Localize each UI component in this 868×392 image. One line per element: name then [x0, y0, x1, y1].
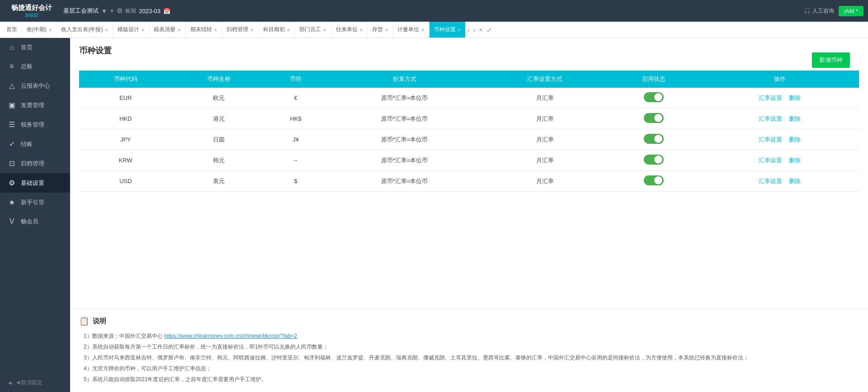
- note-title: 📋 说明: [79, 316, 859, 326]
- status-toggle[interactable]: [644, 155, 664, 165]
- period-label: 账期: [125, 7, 136, 15]
- cell-name: 港元: [172, 109, 265, 129]
- tab-tax[interactable]: 税表清册 ×: [149, 22, 185, 38]
- rate-setting-link[interactable]: 汇率设置: [759, 136, 782, 143]
- sidebar-item-report[interactable]: △ 云报表中心: [0, 76, 70, 95]
- sidebar-item-guide[interactable]: ★ 新手引导: [0, 193, 70, 212]
- tab-expand-btn[interactable]: ⤢: [485, 26, 494, 33]
- cell-status: [607, 150, 700, 171]
- help-label: 人工咨询: [812, 7, 834, 15]
- workspace-settings-icon[interactable]: ⚙: [117, 7, 123, 15]
- sidebar-label-tax: 税务管理: [21, 121, 44, 129]
- delete-link[interactable]: 删除: [789, 115, 801, 122]
- tab-close-inventory[interactable]: ×: [385, 27, 388, 33]
- cell-calc: 原币*汇率=本位币: [326, 171, 483, 192]
- tab-home[interactable]: 首页: [2, 22, 22, 38]
- workspace-dropdown-icon[interactable]: ▼: [101, 8, 107, 14]
- sidebar-pin-toggle[interactable]: ◄ ◄取消固定: [0, 373, 70, 392]
- tab-next-btn[interactable]: ›: [472, 26, 477, 33]
- note-icon: 📋: [79, 316, 89, 326]
- cell-code: JPY: [79, 129, 172, 150]
- tab-close-template[interactable]: ×: [142, 27, 144, 33]
- tab-subject-init[interactable]: 科目期初 ×: [259, 22, 295, 38]
- tab-close-income-annual[interactable]: ×: [105, 27, 108, 33]
- archive-icon: ⊡: [7, 159, 16, 168]
- pin-label: ◄取消固定: [15, 379, 42, 387]
- col-symbol: 币符: [265, 71, 326, 88]
- sidebar-item-invoice[interactable]: ▣ 发票管理: [0, 95, 70, 115]
- tab-partner[interactable]: 往来单位 ×: [331, 22, 368, 38]
- calendar-icon[interactable]: 📅: [163, 8, 170, 14]
- tab-prev-btn[interactable]: ‹: [466, 26, 472, 33]
- delete-link[interactable]: 删除: [789, 178, 801, 184]
- sidebar-label-ledger: 总账: [21, 62, 33, 71]
- tab-archive[interactable]: 归档管理 ×: [222, 22, 258, 38]
- sidebar-item-tax[interactable]: ☰ 税务管理: [0, 115, 70, 134]
- note-title-text: 说明: [93, 317, 106, 326]
- tab-currency[interactable]: 币种设置 ×: [429, 22, 466, 38]
- tab-close-all-btn[interactable]: ×: [477, 26, 485, 33]
- workspace-add-icon[interactable]: +: [110, 7, 114, 15]
- sidebar: ⌂ 首页 ≡ 总账 △ 云报表中心 ▣ 发票管理 ☰ 税务管理 ✓ 结账 ⊡ 归…: [0, 38, 70, 392]
- cell-rate-type: 月汇率: [482, 88, 607, 109]
- tab-close-department[interactable]: ×: [323, 27, 326, 33]
- rate-setting-link[interactable]: 汇率设置: [759, 115, 782, 122]
- cell-status: [607, 109, 700, 129]
- rate-setting-link[interactable]: 汇率设置: [759, 178, 782, 184]
- note-item: 4）无官方牌价的币种，可以用户手工维护汇率信息；: [84, 363, 859, 374]
- tab-close-subject-init[interactable]: ×: [287, 27, 290, 33]
- status-toggle[interactable]: [644, 134, 664, 144]
- tab-close-unit[interactable]: ×: [421, 27, 424, 33]
- help-button[interactable]: 🎧 人工咨询: [804, 7, 834, 15]
- tab-close-period-close[interactable]: ×: [214, 27, 217, 33]
- tab-unit[interactable]: 计量单位 ×: [393, 22, 429, 38]
- tab-close-expense[interactable]: ×: [49, 27, 52, 33]
- sidebar-item-ledger[interactable]: ≡ 总账: [0, 57, 70, 76]
- vip-icon: V: [7, 217, 16, 226]
- page-title: 币种设置: [79, 45, 112, 56]
- cell-calc: 原币*汇率=本位币: [326, 88, 483, 109]
- col-rate-type: 汇率设置方式: [482, 71, 607, 88]
- status-toggle[interactable]: [644, 113, 664, 123]
- cell-code: KRW: [79, 150, 172, 171]
- tab-template[interactable]: 模版设计 ×: [113, 22, 149, 38]
- delete-link[interactable]: 删除: [789, 136, 801, 143]
- status-toggle[interactable]: [644, 175, 664, 185]
- delete-link[interactable]: 删除: [789, 94, 801, 101]
- sidebar-item-archive[interactable]: ⊡ 归档管理: [0, 154, 70, 173]
- note-item: 3）人民币对马来西亚林吉特、俄罗斯卢布、南非兰特、韩元、阿联酋迪拉姆、沙特里亚尔…: [84, 352, 859, 363]
- tab-close-partner[interactable]: ×: [360, 27, 363, 33]
- workspace-name: 基层工会测试: [63, 7, 99, 15]
- note-link[interactable]: https://www.chinamoney.com.cn/chinese/bk…: [164, 333, 297, 339]
- tab-bar: 首页 收(中期) × 收入支出表(年报) × 模版设计 × 税表清册 × 期末结…: [0, 22, 868, 38]
- cell-name: 美元: [172, 171, 265, 192]
- sidebar-item-close[interactable]: ✓ 结账: [0, 134, 70, 154]
- cell-status: [607, 171, 700, 192]
- rate-setting-link[interactable]: 汇率设置: [759, 157, 782, 164]
- tab-income-annual[interactable]: 收入支出表(年报) ×: [57, 22, 113, 38]
- new-currency-button[interactable]: 新增币种: [812, 52, 850, 68]
- account-button[interactable]: iAM *: [839, 6, 863, 16]
- delete-link[interactable]: 删除: [789, 157, 801, 164]
- cell-rate-type: 月汇率: [482, 171, 607, 192]
- tab-close-archive[interactable]: ×: [250, 27, 253, 33]
- status-toggle[interactable]: [644, 92, 664, 102]
- guide-icon: ★: [7, 198, 16, 207]
- sidebar-item-vip[interactable]: V 畅会员: [0, 212, 70, 231]
- tab-period-close[interactable]: 期末结转 ×: [186, 22, 222, 38]
- tax-icon: ☰: [7, 120, 16, 129]
- table-row: USD 美元 $ 原币*汇率=本位币 月汇率 汇率设置 删除: [79, 171, 859, 192]
- sidebar-item-home[interactable]: ⌂ 首页: [0, 38, 70, 57]
- sidebar-item-basic[interactable]: ⚙ 基础设置: [0, 173, 70, 193]
- rate-setting-link[interactable]: 汇率设置: [759, 94, 782, 101]
- cell-action: 汇率设置 删除: [700, 88, 859, 109]
- tab-close-tax[interactable]: ×: [178, 27, 180, 33]
- tab-close-currency[interactable]: ×: [458, 27, 461, 33]
- tab-department[interactable]: 部门员工 ×: [295, 22, 331, 38]
- table-row: EUR 欧元 € 原币*汇率=本位币 月汇率 汇率设置 删除: [79, 88, 859, 109]
- table-header: 币种代码 币种名称 币符 折算方式 汇率设置方式 启用状态 操作: [79, 71, 859, 88]
- tab-expense[interactable]: 收(中期) ×: [22, 22, 57, 38]
- cell-calc: 原币*汇率=本位币: [326, 150, 483, 171]
- gear-icon: ⚙: [7, 179, 16, 187]
- tab-inventory[interactable]: 存货 ×: [368, 22, 393, 38]
